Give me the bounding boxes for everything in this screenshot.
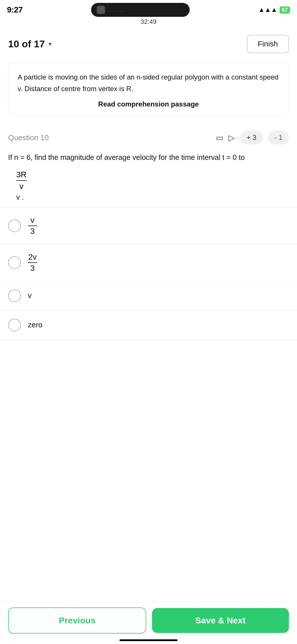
previous-button[interactable]: Previous	[8, 607, 146, 634]
radio-a[interactable]	[8, 219, 21, 232]
option-a-content: v 3	[28, 216, 37, 236]
question-fraction: 3R v	[16, 166, 289, 192]
passage-text: A particle is moving on the sides of an …	[18, 71, 279, 94]
option-d-text: zero	[28, 320, 43, 329]
flag-icon[interactable]: ▷	[229, 133, 235, 142]
question-actions: ▭ ▷ + 3 - 1	[216, 131, 289, 145]
option-c-text: v	[28, 291, 32, 300]
pill-dots: .......	[107, 7, 126, 13]
save-next-button[interactable]: Save & Next	[152, 608, 289, 633]
fraction-suffix: v .	[16, 193, 289, 201]
status-pill: .......	[91, 3, 190, 17]
radio-b[interactable]	[8, 256, 21, 269]
option-b-fraction: 2v 3	[28, 252, 37, 273]
option-c[interactable]: v	[0, 281, 297, 310]
minus-score-badge: - 1	[268, 131, 289, 145]
signal-icon: ▲▲▲	[258, 6, 277, 14]
option-d[interactable]: zero	[0, 310, 297, 340]
question-counter[interactable]: 10 of 17 ▾	[8, 38, 52, 50]
radio-c[interactable]	[8, 289, 21, 302]
finish-button[interactable]: Finish	[247, 35, 289, 53]
question-header: Question 10 ▭ ▷ + 3 - 1	[0, 124, 297, 149]
question-text-line1: If n = 6, find the magnitude of average …	[8, 151, 289, 163]
home-indicator	[119, 639, 178, 641]
status-right: ▲▲▲ 67	[258, 6, 290, 14]
chevron-down-icon: ▾	[48, 40, 52, 48]
pill-square	[97, 6, 105, 14]
nav-bar: 10 of 17 ▾ Finish	[0, 30, 297, 59]
bottom-nav: Previous Save & Next	[0, 601, 297, 644]
option-c-content: v	[28, 291, 32, 300]
option-b[interactable]: 2v 3	[0, 244, 297, 281]
status-bar: 9:27 ....... ▲▲▲ 67	[0, 0, 297, 16]
question-label: Question 10	[8, 133, 49, 142]
option-b-content: 2v 3	[28, 252, 37, 273]
plus-score-badge: + 3	[240, 131, 263, 145]
options-list: v 3 2v 3 v zero	[0, 207, 297, 340]
status-time: 9:27	[7, 5, 23, 15]
option-a-fraction: v 3	[28, 216, 37, 236]
timer: 32:49	[0, 16, 297, 30]
fraction-denominator: v	[19, 181, 23, 191]
counter-text: 10 of 17	[8, 38, 45, 50]
option-d-content: zero	[28, 320, 43, 329]
radio-d[interactable]	[8, 319, 21, 331]
battery-badge: 67	[280, 6, 290, 14]
read-passage-link[interactable]: Read comprehension passage	[18, 100, 279, 108]
option-a[interactable]: v 3	[0, 207, 297, 244]
fraction-3R-over-v: 3R v	[16, 170, 27, 191]
fraction-numerator: 3R	[16, 170, 27, 181]
passage-card: A particle is moving on the sides of an …	[8, 62, 289, 116]
question-text-area: If n = 6, find the magnitude of average …	[0, 149, 297, 201]
bookmark-icon[interactable]: ▭	[216, 133, 223, 142]
